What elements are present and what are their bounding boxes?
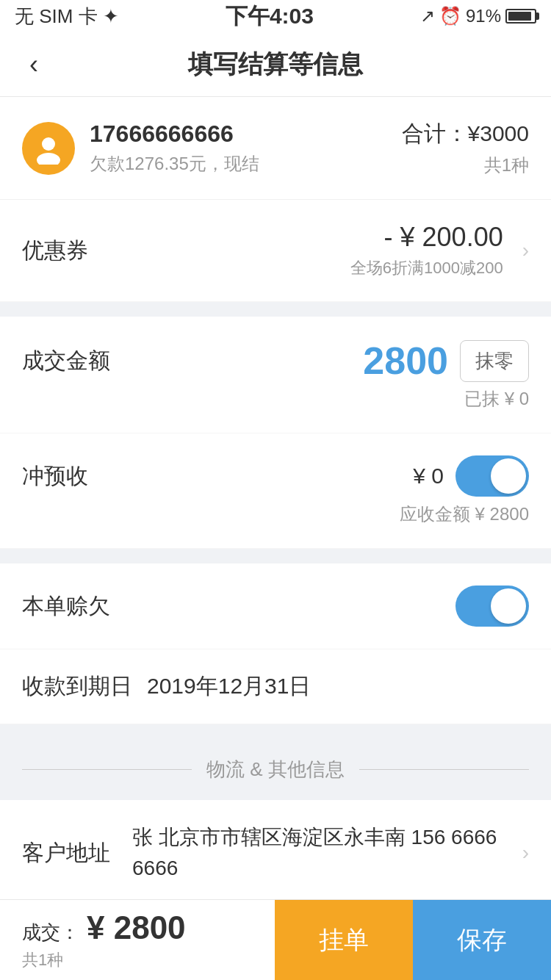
debt-toggle[interactable] <box>455 586 529 627</box>
coupon-row[interactable]: 优惠券 - ¥ 200.00 全场6折满1000减200 › <box>0 200 551 302</box>
bottom-deal-count: 共1种 <box>22 949 253 971</box>
pre-collect-top: 冲预收 ¥ 0 <box>22 455 529 497</box>
logistics-line-right <box>359 769 529 770</box>
transaction-label: 成交金额 <box>22 346 110 376</box>
bottom-bar: 成交： ¥ 2800 共1种 挂单 保存 <box>0 899 551 980</box>
battery-percent: 91% <box>466 6 501 26</box>
coupon-discount: - ¥ 200.00 <box>350 222 503 253</box>
pre-collect-value: ¥ 0 <box>413 464 444 489</box>
due-date-row: 收款到期日 2019年12月31日 <box>0 649 551 724</box>
total-amount: 合计：¥3000 <box>402 119 529 149</box>
address-row[interactable]: 客户地址 张 北京市市辖区海淀区永丰南 156 6666 6666 › <box>0 800 551 907</box>
chevron-right-icon: › <box>522 239 529 262</box>
status-time: 下午4:03 <box>226 1 314 32</box>
status-right: ↗ ⏰ 91% <box>420 6 536 26</box>
clock-icon: ⏰ <box>439 6 461 26</box>
section-gap-2 <box>0 549 551 563</box>
amount-right: 2800 抹零 <box>363 339 529 383</box>
customer-card: 17666666666 欠款1276.35元，现结 合计：¥3000 共1种 <box>0 97 551 200</box>
due-date-label: 收款到期日 <box>22 671 132 702</box>
bottom-summary: 成交： ¥ 2800 共1种 <box>0 909 275 971</box>
transaction-sub: 已抹 ¥ 0 <box>22 387 529 411</box>
customer-debt: 欠款1276.35元，现结 <box>90 152 259 176</box>
address-chevron-icon: › <box>522 841 529 865</box>
sim-status: 无 SIM 卡 ✦ <box>15 4 119 29</box>
transaction-amount: 2800 <box>363 339 448 383</box>
address-value: 张 北京市市辖区海淀区永丰南 156 6666 6666 <box>132 822 515 884</box>
logistics-header: 物流 & 其他信息 <box>0 739 551 800</box>
customer-left: 17666666666 欠款1276.35元，现结 <box>22 120 259 176</box>
logistics-text: 物流 & 其他信息 <box>206 757 345 782</box>
status-bar: 无 SIM 卡 ✦ 下午4:03 ↗ ⏰ 91% <box>0 0 551 32</box>
pre-collect-section: 冲预收 ¥ 0 应收金额 ¥ 2800 <box>0 433 551 549</box>
transaction-section: 成交金额 2800 抹零 已抹 ¥ 0 <box>0 317 551 433</box>
battery-fill <box>508 12 531 21</box>
bottom-summary-top: 成交： ¥ 2800 <box>22 909 253 946</box>
customer-right: 合计：¥3000 共1种 <box>402 119 529 177</box>
bottom-deal-amount: ¥ 2800 <box>87 909 186 946</box>
svg-point-0 <box>42 137 55 151</box>
back-button[interactable]: ‹ <box>22 42 46 87</box>
logistics-line-left <box>22 769 192 770</box>
section-gap-1 <box>0 302 551 317</box>
content-area: 17666666666 欠款1276.35元，现结 合计：¥3000 共1种 优… <box>0 97 551 980</box>
section-gap-3 <box>0 724 551 739</box>
pre-collect-right: ¥ 0 <box>413 455 529 497</box>
customer-phone: 17666666666 <box>90 120 259 148</box>
avatar <box>22 122 75 175</box>
due-date-value: 2019年12月31日 <box>147 671 311 702</box>
bottom-deal-label: 成交： <box>22 920 79 945</box>
coupon-right: - ¥ 200.00 全场6折满1000减200 › <box>350 222 529 279</box>
hold-button[interactable]: 挂单 <box>275 900 413 981</box>
svg-point-1 <box>37 153 60 165</box>
address-label: 客户地址 <box>22 838 110 868</box>
pre-collect-toggle[interactable] <box>455 455 529 497</box>
debt-toggle-knob <box>491 588 526 624</box>
total-count: 共1种 <box>402 154 529 177</box>
round-zero-button[interactable]: 抹零 <box>460 340 529 382</box>
coupon-values: - ¥ 200.00 全场6折满1000减200 <box>350 222 503 279</box>
location-icon: ↗ <box>420 6 435 26</box>
status-left: 无 SIM 卡 ✦ <box>15 4 119 29</box>
nav-bar: ‹ 填写结算等信息 <box>0 32 551 97</box>
debt-label: 本单赊欠 <box>22 591 110 621</box>
toggle-knob <box>491 458 526 494</box>
customer-info: 17666666666 欠款1276.35元，现结 <box>90 120 259 176</box>
coupon-label: 优惠券 <box>22 236 88 266</box>
avatar-icon <box>32 132 65 165</box>
pre-collect-label: 冲预收 <box>22 461 88 491</box>
pre-collect-sub: 应收金额 ¥ 2800 <box>22 502 529 526</box>
save-button[interactable]: 保存 <box>413 900 551 981</box>
amount-row: 成交金额 2800 抹零 <box>22 339 529 383</box>
battery-icon <box>505 9 536 24</box>
coupon-desc: 全场6折满1000减200 <box>350 257 503 279</box>
debt-row: 本单赊欠 <box>0 563 551 649</box>
page-title: 填写结算等信息 <box>188 48 363 82</box>
